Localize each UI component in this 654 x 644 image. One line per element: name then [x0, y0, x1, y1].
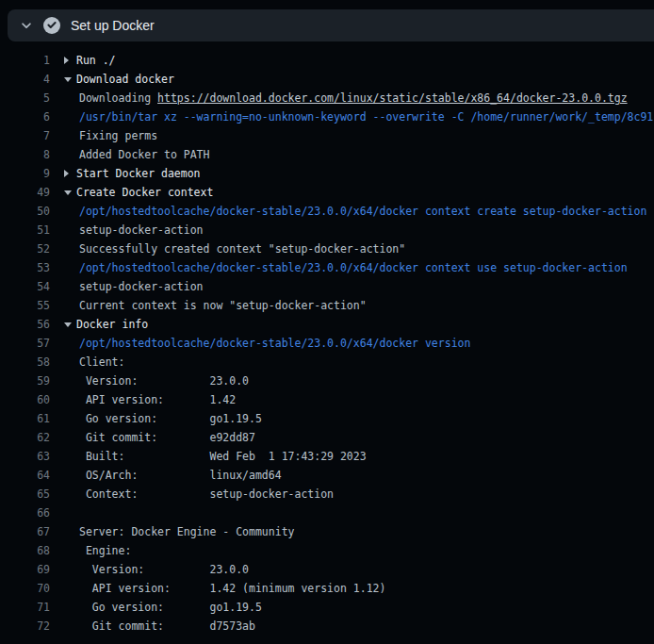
log-line-number[interactable]: 67	[0, 522, 50, 541]
log-line-text: API version: 1.42	[50, 390, 654, 409]
log-line: 62 Git commit: e92dd87	[0, 428, 654, 447]
log-line-text: Version: 23.0.0	[50, 560, 654, 579]
log-line: 5Downloading https://download.docker.com…	[0, 89, 654, 107]
log-group-title: Start Docker daemon	[76, 167, 201, 180]
log-group-row[interactable]: 56Docker info	[0, 315, 654, 334]
log-line: 52Successfully created context "setup-do…	[0, 239, 654, 258]
log-line-number[interactable]: 53	[0, 258, 50, 277]
log-line: 70 API version: 1.42 (minimum version 1.…	[0, 579, 654, 598]
log-line-number[interactable]: 6	[0, 107, 50, 126]
log-line-number[interactable]: 55	[0, 296, 50, 315]
log-line-number[interactable]: 61	[0, 409, 50, 428]
log-line-text: Go version: go1.19.5	[50, 598, 654, 617]
log-line-number[interactable]: 1	[0, 51, 50, 70]
log-line: 7Fixing perms	[0, 126, 654, 145]
log-line-text: Client:	[50, 353, 654, 372]
log-line-text: Downloading	[79, 91, 157, 105]
log-url-link[interactable]: https://download.docker.com/linux/static…	[157, 91, 628, 105]
log-line-number[interactable]: 49	[0, 183, 50, 202]
log-line-number[interactable]: 9	[0, 164, 50, 183]
log-line-text: Go version: go1.19.5	[50, 409, 654, 428]
log-line: 63 Built: Wed Feb 1 17:43:29 2023	[0, 447, 654, 466]
log-group-title: Run ./	[76, 54, 116, 67]
log-line-number[interactable]: 60	[0, 390, 50, 409]
log-line-text: Current context is now "setup-docker-act…	[50, 296, 654, 315]
log-line-number[interactable]: 7	[0, 126, 50, 145]
log-line-number[interactable]: 54	[0, 277, 50, 296]
log-group-row[interactable]: 4Download docker	[0, 70, 654, 89]
log-line-text: Git commit: e92dd87	[50, 428, 654, 447]
log-group-row[interactable]: 49Create Docker context	[0, 183, 654, 202]
log-line-text: Successfully created context "setup-dock…	[50, 239, 654, 258]
chevron-down-icon[interactable]	[20, 19, 33, 32]
log-line-number[interactable]: 64	[0, 466, 50, 485]
log-line-text: Version: 23.0.0	[50, 372, 654, 390]
caret-right-icon[interactable]	[64, 57, 69, 64]
log-group-title: Download docker	[76, 73, 174, 86]
log-line: 61 Go version: go1.19.5	[0, 409, 654, 428]
log-command-text: /opt/hostedtoolcache/docker-stable/23.0.…	[50, 258, 654, 277]
log-output: 1Run ./4Download docker5Downloading http…	[0, 51, 654, 636]
log-line-text: API version: 1.42 (minimum version 1.12)	[50, 579, 654, 598]
success-check-icon	[43, 17, 60, 34]
log-line-number[interactable]: 50	[0, 202, 50, 221]
log-line-number[interactable]: 56	[0, 315, 50, 334]
log-line: 59 Version: 23.0.0	[0, 372, 654, 390]
caret-down-icon[interactable]	[64, 190, 72, 195]
log-line-number[interactable]: 72	[0, 617, 50, 636]
step-header[interactable]: Set up Docker	[8, 9, 654, 41]
log-line-number[interactable]: 52	[0, 239, 50, 258]
log-line-text: setup-docker-action	[50, 277, 654, 296]
log-command-text: /opt/hostedtoolcache/docker-stable/23.0.…	[50, 202, 654, 221]
log-group-title: Create Docker context	[76, 186, 213, 199]
log-line-text: Server: Docker Engine - Community	[50, 522, 654, 541]
log-line-number[interactable]: 66	[0, 504, 50, 522]
caret-down-icon[interactable]	[64, 322, 72, 327]
log-line-number[interactable]: 51	[0, 221, 50, 239]
step-title: Set up Docker	[71, 18, 155, 33]
log-line-text: Git commit: d7573ab	[50, 617, 654, 636]
caret-down-icon[interactable]	[64, 77, 72, 82]
log-line-text: Fixing perms	[50, 126, 654, 145]
log-line: 71 Go version: go1.19.5	[0, 598, 654, 617]
log-line-text: Built: Wed Feb 1 17:43:29 2023	[50, 447, 654, 466]
log-group-title: Docker info	[76, 318, 148, 331]
log-line-text: Added Docker to PATH	[50, 145, 654, 164]
log-line-number[interactable]: 69	[0, 560, 50, 579]
log-line: 72 Git commit: d7573ab	[0, 617, 654, 636]
log-line-number[interactable]: 70	[0, 579, 50, 598]
log-line: 53/opt/hostedtoolcache/docker-stable/23.…	[0, 258, 654, 277]
log-command-text: /usr/bin/tar xz --warning=no-unknown-key…	[50, 107, 654, 126]
log-line: 8Added Docker to PATH	[0, 145, 654, 164]
log-command-text: /opt/hostedtoolcache/docker-stable/23.0.…	[50, 334, 654, 353]
log-line: 66	[0, 504, 654, 522]
log-group-row[interactable]: 1Run ./	[0, 51, 654, 70]
log-group-row[interactable]: 9Start Docker daemon	[0, 164, 654, 183]
log-line-text: OS/Arch: linux/amd64	[50, 466, 654, 485]
log-line-number[interactable]: 57	[0, 334, 50, 353]
log-line: 64 OS/Arch: linux/amd64	[0, 466, 654, 485]
log-line: 65 Context: setup-docker-action	[0, 485, 654, 504]
log-line: 68 Engine:	[0, 541, 654, 560]
log-line: 50/opt/hostedtoolcache/docker-stable/23.…	[0, 202, 654, 221]
log-line-number[interactable]: 68	[0, 541, 50, 560]
log-line: 57/opt/hostedtoolcache/docker-stable/23.…	[0, 334, 654, 353]
log-line: 54setup-docker-action	[0, 277, 654, 296]
log-line-text: Engine:	[50, 541, 654, 560]
log-line: 60 API version: 1.42	[0, 390, 654, 409]
log-line-number[interactable]: 59	[0, 372, 50, 390]
log-line-number[interactable]: 58	[0, 353, 50, 372]
caret-right-icon[interactable]	[64, 170, 69, 177]
log-line-number[interactable]: 62	[0, 428, 50, 447]
log-line: 69 Version: 23.0.0	[0, 560, 654, 579]
log-line: 51setup-docker-action	[0, 221, 654, 239]
log-line-number[interactable]: 4	[0, 70, 50, 89]
log-line-number[interactable]: 65	[0, 485, 50, 504]
log-line-number[interactable]: 8	[0, 145, 50, 164]
log-line-number[interactable]: 71	[0, 598, 50, 617]
log-line-text: setup-docker-action	[50, 221, 654, 239]
log-line-number[interactable]: 5	[0, 89, 50, 107]
log-line-number[interactable]: 63	[0, 447, 50, 466]
log-line: 6/usr/bin/tar xz --warning=no-unknown-ke…	[0, 107, 654, 126]
log-line: 55Current context is now "setup-docker-a…	[0, 296, 654, 315]
